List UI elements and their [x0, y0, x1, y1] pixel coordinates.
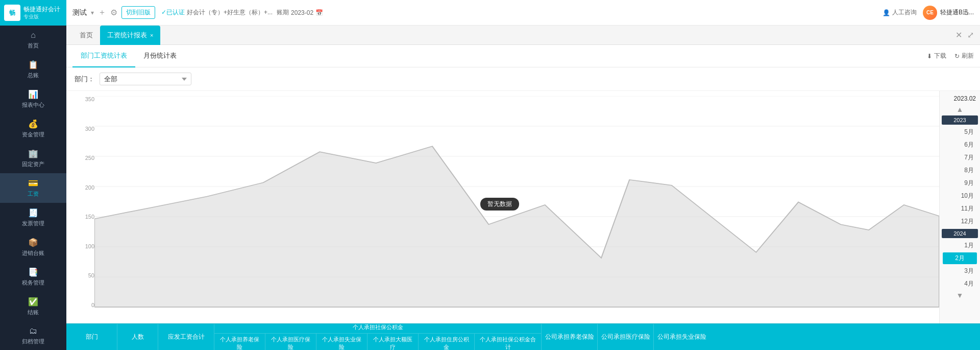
month-mar-2024[interactable]: 3月 [940, 265, 980, 277]
sidebar-icon-tax: 📑 [28, 267, 38, 277]
col-personal-unemployment: 个人承担失业保险 [316, 334, 368, 350]
help-icon: 👤 [883, 9, 890, 16]
col-personal-housing-fund: 个人承担住房公积金 [419, 334, 475, 350]
sub-tab-month[interactable]: 月份统计表 [135, 45, 185, 67]
month-aug-2023[interactable]: 8月 [940, 164, 980, 177]
sidebar-icon-reports: 📊 [28, 89, 38, 99]
main-area: 测试 ▾ ＋ ⚙ 切到旧版 ✓已认证 好会计（专）+好生意（标）+... 账期 … [66, 0, 980, 350]
y-label-0: 0 [77, 302, 94, 308]
month-sep-2023[interactable]: 9月 [940, 177, 980, 190]
month-nov-2023[interactable]: 11月 [940, 202, 980, 215]
table-header: 部门 人数 应发工资合计 个人承担社保公积金 个人承担养老保险 个人承担医疗保险 [66, 323, 980, 350]
side-panel-year-display: 2023.02 [940, 93, 980, 104]
switch-version-button[interactable]: 切到旧版 [121, 6, 155, 19]
sidebar-item-home[interactable]: ⌂ 首页 [0, 26, 66, 55]
col-dept: 部门 [66, 324, 117, 350]
content-area: 首页 工资统计报表 × ✕ ⤢ 部门工资统计表 月份统计表 ⬇ [66, 26, 980, 350]
download-icon: ⬇ [927, 53, 932, 60]
sub-tabs: 部门工资统计表 月份统计表 ⬇ 下载 ↻ 刷新 [66, 45, 980, 67]
month-may-2023[interactable]: 5月 [940, 126, 980, 138]
sidebar-logo: 畅 畅捷通好会计 专业版 [0, 0, 66, 26]
settings-icon[interactable]: ⚙ [110, 8, 117, 17]
col-personal-medical: 个人承担医疗保险 [265, 334, 316, 350]
refresh-button[interactable]: ↻ 刷新 [954, 52, 974, 60]
sidebar-icon-archive: 🗂 [29, 326, 37, 336]
expand-panel-icon[interactable]: ⤢ [967, 30, 974, 40]
filter-bar: 部门： 全部 部门A 部门B [66, 67, 980, 91]
calendar-icon[interactable]: 📅 [315, 9, 323, 16]
sub-tab-actions: ⬇ 下载 ↻ 刷新 [927, 52, 974, 60]
product-tags: 好会计（专）+好生意（标）+... [187, 8, 273, 17]
col-company-medical: 公司承担医疗保险 [598, 324, 654, 350]
dept-filter-select[interactable]: 全部 部门A 部门B [100, 73, 191, 85]
sidebar-icon-settlement: ✅ [28, 297, 38, 307]
sidebar-icon-home: ⌂ [31, 31, 36, 40]
sidebar-item-invoices[interactable]: 🧾 发票管理 [0, 203, 66, 232]
sidebar-item-reports[interactable]: 📊 报表中心 [0, 84, 66, 114]
company-name: 测试 [72, 8, 87, 17]
col-company-unemployment: 公司承担失业保险 [654, 324, 710, 350]
chart-svg [94, 96, 939, 308]
sidebar-label-reports: 报表中心 [22, 101, 44, 109]
month-jan-2024[interactable]: 1月 [940, 239, 980, 252]
year-2024-label: 2024 [942, 229, 978, 238]
tab-home[interactable]: 首页 [72, 26, 100, 45]
sidebar-icon-ledger: 📋 [28, 60, 38, 69]
month-jul-2023[interactable]: 7月 [940, 151, 980, 164]
sidebar-icon-invoices: 🧾 [28, 208, 38, 218]
month-feb-2024[interactable]: 2月 [943, 252, 977, 264]
sidebar-icon-funds: 💰 [28, 119, 38, 129]
sidebar-icon-payroll: 💳 [28, 178, 38, 188]
topbar: 测试 ▾ ＋ ⚙ 切到旧版 ✓已认证 好会计（专）+好生意（标）+... 账期 … [66, 0, 980, 26]
topbar-tags: ✓已认证 好会计（专）+好生意（标）+... [161, 8, 273, 17]
tab-payroll-report[interactable]: 工资统计报表 × [100, 26, 160, 45]
y-label-100: 100 [77, 243, 94, 249]
month-dec-2023[interactable]: 12月 [940, 215, 980, 228]
sidebar-label-home: 首页 [28, 42, 39, 50]
col-company-pension: 公司承担养老保险 [542, 324, 598, 350]
close-panel-icon[interactable]: ✕ [955, 30, 962, 40]
sidebar: 畅 畅捷通好会计 专业版 ⌂ 首页 📋 总账 📊 报表中心 💰 资金管理 🏢 固… [0, 0, 66, 350]
refresh-icon: ↻ [954, 53, 960, 60]
topbar-right: 👤 人工咨询 CE 轻捷通B迅... [883, 6, 974, 20]
sidebar-item-ledger[interactable]: 📋 总账 [0, 55, 66, 84]
col-headcount: 人数 [117, 324, 158, 350]
sidebar-item-tax[interactable]: 📑 税务管理 [0, 262, 66, 292]
download-button[interactable]: ⬇ 下载 [927, 52, 946, 60]
col-group-personal-insurance: 个人承担社保公积金 个人承担养老保险 个人承担医疗保险 个人承担失业保险 个人承… [214, 323, 542, 350]
sub-tab-dept[interactable]: 部门工资统计表 [72, 45, 135, 67]
sidebar-item-settlement[interactable]: ✅ 结账 [0, 292, 66, 321]
sidebar-label-payroll: 工资 [28, 190, 39, 198]
y-axis: 350 300 250 200 150 100 50 0 [77, 96, 94, 308]
sidebar-icon-assets: 🏢 [28, 149, 38, 158]
sidebar-item-funds[interactable]: 💰 资金管理 [0, 114, 66, 144]
y-label-50: 50 [77, 272, 94, 278]
help-button[interactable]: 👤 人工咨询 [883, 8, 917, 17]
sidebar-item-payroll[interactable]: 💳 工资 [0, 173, 66, 203]
side-panel: 2023.02 ▲ 2023 5月 6月 7月 8月 9月 10月 11月 12… [939, 91, 980, 323]
period-label: 账期 [277, 8, 289, 17]
y-label-150: 150 [77, 214, 94, 220]
logo-text: 畅捷通好会计 专业版 [23, 6, 60, 20]
tab-close-icon[interactable]: × [150, 32, 153, 38]
side-panel-nav-up[interactable]: ▲ [940, 104, 980, 114]
col-personal-pension: 个人承担养老保险 [214, 334, 265, 350]
chart-container: 350 300 250 200 150 100 50 0 [66, 91, 939, 323]
sidebar-icon-sales: 📦 [28, 238, 38, 247]
y-label-300: 300 [77, 126, 94, 132]
sidebar-item-archive[interactable]: 🗂 归档管理 [0, 321, 66, 350]
month-jun-2023[interactable]: 6月 [940, 138, 980, 151]
side-panel-nav-down[interactable]: ▼ [940, 290, 980, 300]
user-menu[interactable]: CE 轻捷通B迅... [923, 6, 974, 20]
month-oct-2023[interactable]: 10月 [940, 190, 980, 202]
tabs-bar: 首页 工资统计报表 × ✕ ⤢ [66, 26, 980, 45]
month-apr-2024[interactable]: 4月 [940, 277, 980, 290]
col-total-salary: 应发工资合计 [158, 324, 214, 350]
sidebar-item-assets[interactable]: 🏢 固定资产 [0, 144, 66, 173]
col-group-cells: 个人承担养老保险 个人承担医疗保险 个人承担失业保险 个人承担大额医疗 个人承担… [214, 334, 541, 350]
add-button[interactable]: ＋ [98, 7, 106, 18]
sidebar-label-settlement: 结账 [28, 309, 39, 316]
year-2023-label: 2023 [942, 115, 978, 125]
sidebar-item-sales[interactable]: 📦 进销台账 [0, 232, 66, 262]
company-dropdown-icon[interactable]: ▾ [91, 9, 94, 16]
